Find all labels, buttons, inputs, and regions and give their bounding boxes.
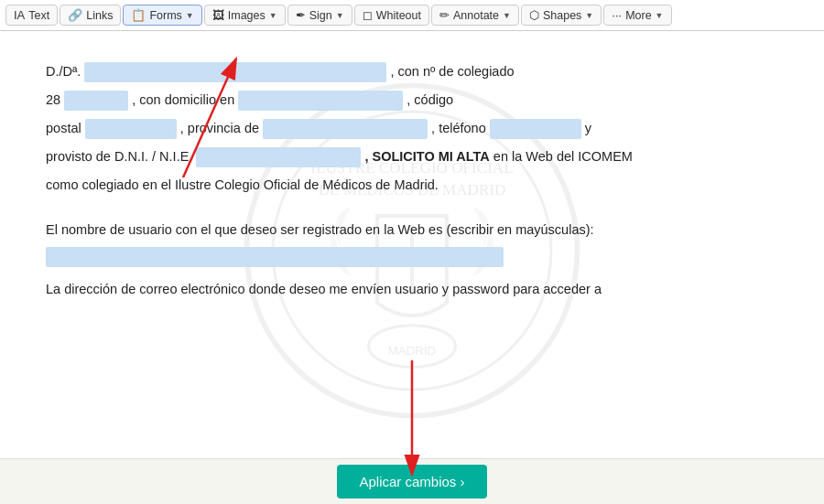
forms-button[interactable]: 📋 Forms ▼ — [123, 5, 201, 26]
doc-line-7: La dirección de correo electrónico donde… — [46, 276, 778, 303]
line6-text: El nombre de usuario con el que deseo se… — [46, 217, 594, 243]
line1-pre: D./Dª. — [46, 59, 81, 85]
apply-button[interactable]: Aplicar cambios › — [337, 465, 486, 499]
sign-dropdown-arrow: ▼ — [336, 11, 344, 20]
forms-label: Forms — [149, 9, 181, 22]
images-button[interactable]: 🖼 Images ▼ — [204, 5, 286, 26]
text-button[interactable]: IA Text — [5, 5, 58, 26]
forms-dropdown-arrow: ▼ — [186, 11, 194, 20]
username-field-row — [46, 247, 778, 267]
line2-mid: , con domicilio en — [132, 87, 234, 113]
forms-icon: 📋 — [131, 8, 146, 22]
line1-post: , con nº de colegiado — [390, 59, 514, 85]
line3-mid: , provincia de — [180, 115, 259, 142]
sign-icon: ✒ — [296, 8, 306, 22]
sign-label: Sign — [309, 9, 332, 22]
images-label: Images — [228, 9, 266, 22]
more-button[interactable]: ··· More ▼ — [603, 5, 671, 26]
field-name[interactable] — [84, 62, 386, 82]
annotate-button[interactable]: ✏ Annotate ▼ — [431, 5, 519, 26]
doc-line-1: D./Dª. , con nº de colegiado — [46, 59, 778, 85]
document-area: ILUSTRE COLEGIO OFICIAL DE MÉDICOS DE MA… — [0, 31, 824, 504]
field-dni[interactable] — [196, 147, 361, 167]
annotate-icon: ✏ — [439, 8, 450, 22]
field-username[interactable] — [46, 247, 504, 267]
doc-line-6: El nombre de usuario con el que deseo se… — [46, 217, 778, 243]
line3-mid2: , teléfono — [431, 115, 486, 142]
whiteout-label: Whiteout — [376, 9, 421, 22]
field-postal[interactable] — [85, 119, 177, 139]
line3-pre: postal — [46, 115, 81, 142]
shapes-dropdown-arrow: ▼ — [585, 11, 593, 20]
doc-line-4: provisto de D.N.I. / N.I.E. , SOLICITO M… — [46, 144, 778, 170]
line7-text: La dirección de correo electrónico donde… — [46, 276, 602, 303]
more-dropdown-arrow: ▼ — [656, 11, 664, 20]
sign-button[interactable]: ✒ Sign ▼ — [287, 5, 352, 26]
images-icon: 🖼 — [212, 8, 224, 22]
more-label: More — [625, 9, 651, 22]
svg-text:MADRID: MADRID — [388, 344, 436, 358]
line5-text: como colegiado en el Ilustre Colegio Ofi… — [46, 172, 439, 198]
doc-line-2: 28 , con domicilio en , código — [46, 87, 778, 113]
annotate-dropdown-arrow: ▼ — [503, 11, 511, 20]
whiteout-button[interactable]: ◻ Whiteout — [354, 5, 429, 26]
line2-pre: 28 — [46, 87, 60, 113]
text-icon: IA — [14, 8, 25, 22]
doc-line-5: como colegiado en el Ilustre Colegio Ofi… — [46, 172, 778, 198]
shapes-icon: ⬡ — [529, 8, 539, 22]
annotate-label: Annotate — [453, 9, 499, 22]
toolbar: IA Text 🔗 Links 📋 Forms ▼ 🖼 Images ▼ ✒ S… — [0, 0, 824, 31]
images-dropdown-arrow: ▼ — [269, 11, 277, 20]
links-icon: 🔗 — [68, 8, 82, 22]
document-content: D./Dª. , con nº de colegiado 28 , con do… — [0, 31, 824, 323]
line3-post: y — [585, 115, 591, 142]
text-label: Text — [28, 9, 49, 22]
field-domicilio[interactable] — [238, 91, 403, 111]
field-colegiado[interactable] — [64, 91, 128, 111]
doc-line-3: postal , provincia de , teléfono y — [46, 115, 778, 142]
links-button[interactable]: 🔗 Links — [60, 5, 121, 26]
more-icon: ··· — [612, 8, 622, 22]
field-provincia[interactable] — [263, 119, 428, 139]
apply-bar: Aplicar cambios › — [0, 458, 824, 504]
line2-post: , código — [407, 87, 453, 113]
links-label: Links — [86, 9, 113, 22]
line4-post: en la Web del ICOMEM — [493, 144, 633, 170]
whiteout-icon: ◻ — [363, 8, 373, 22]
field-telefono[interactable] — [490, 119, 581, 139]
shapes-button[interactable]: ⬡ Shapes ▼ — [521, 5, 602, 26]
shapes-label: Shapes — [543, 9, 581, 22]
line4-bold: , SOLICITO MI ALTA — [364, 144, 489, 170]
line4-pre: provisto de D.N.I. / N.I.E. — [46, 144, 192, 170]
